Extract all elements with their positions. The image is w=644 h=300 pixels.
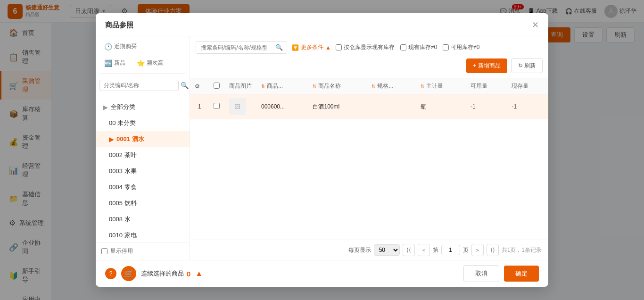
th-unit: ⇅ 主计量 bbox=[416, 78, 466, 94]
tree-item-water[interactable]: 0008 水 bbox=[96, 211, 190, 227]
filter-icon: 🔽 bbox=[292, 44, 299, 51]
modal-body: 🕐 近期购买 🆕 新品 ⭐ 频次高 bbox=[96, 36, 548, 260]
tab-recent-purchase[interactable]: 🕐 近期购买 bbox=[99, 40, 141, 53]
tree-label-beverage: 0005 饮料 bbox=[109, 199, 137, 208]
th-settings: ⚙ bbox=[190, 78, 209, 94]
chevron-up-icon: ▲ bbox=[325, 44, 331, 51]
sort-icon-spec: ⇅ bbox=[372, 83, 375, 89]
pagination: 每页显示 50 100 200 ⟨⟨ ＜ 第 页 ＞ ⟩⟩ bbox=[190, 240, 548, 260]
page-info: 共1页，1条记录 bbox=[502, 246, 542, 254]
left-panel: 🕐 近期购买 🆕 新品 ⭐ 频次高 bbox=[96, 36, 190, 260]
help-button[interactable]: ? bbox=[105, 268, 116, 279]
table-body: 1 🖼 000600... 白酒100ml bbox=[190, 94, 548, 119]
category-search: 🔍 « bbox=[96, 74, 190, 97]
tree-item-tea[interactable]: 0002 茶叶 bbox=[96, 147, 190, 163]
last-page-button[interactable]: ⟩⟩ bbox=[487, 244, 499, 256]
search-icon[interactable]: 🔍 bbox=[181, 82, 189, 89]
cell-unit: 瓶 bbox=[416, 94, 466, 119]
checkbox-warehouse[interactable]: 按仓库显示现有库存 bbox=[336, 43, 395, 51]
tree-item-all[interactable]: ▶ 全部分类 bbox=[96, 99, 190, 115]
product-search-input[interactable] bbox=[196, 42, 272, 53]
product-image: 🖼 bbox=[229, 98, 246, 115]
checkbox-warehouse-input[interactable] bbox=[336, 44, 342, 50]
table-header-row: ⚙ 商品图片 bbox=[190, 78, 548, 94]
right-toolbar: 🔍 🔽 更多条件 ▲ 按仓库显示现有库存 bbox=[190, 36, 548, 78]
tree-label-appliance: 0010 家电 bbox=[109, 231, 137, 240]
tree-arrow-liquor: ▶ bbox=[109, 136, 114, 143]
checkbox-available-nonzero[interactable]: 可用库存≠0 bbox=[443, 43, 479, 51]
toolbar-right: + 新增商品 ↻ 刷新 bbox=[466, 58, 543, 73]
table-row[interactable]: 1 🖼 000600... 白酒100ml bbox=[190, 94, 548, 119]
tab-new-product[interactable]: 🆕 新品 bbox=[99, 57, 130, 69]
add-product-button[interactable]: + 新增商品 bbox=[466, 58, 507, 73]
page-label2: 页 bbox=[463, 246, 469, 254]
sort-icon: ⇅ bbox=[261, 83, 265, 89]
page-input[interactable] bbox=[441, 245, 460, 255]
right-panel: 🔍 🔽 更多条件 ▲ 按仓库显示现有库存 bbox=[190, 36, 548, 260]
next-page-button[interactable]: ＞ bbox=[471, 244, 484, 256]
th-spec: ⇅ 规格... bbox=[367, 78, 415, 94]
new-icon: 🆕 bbox=[104, 59, 112, 67]
clock-icon: 🕐 bbox=[104, 43, 112, 50]
first-page-button[interactable]: ⟨⟨ bbox=[403, 244, 415, 256]
tree-item-beverage[interactable]: 0005 饮料 bbox=[96, 195, 190, 211]
checkbox-stock-nonzero[interactable]: 现有库存≠0 bbox=[400, 43, 437, 51]
modal-overlay: 商品参照 ✕ 🕐 近期购买 🆕 新品 ⭐ bbox=[0, 0, 644, 300]
star-icon: ⭐ bbox=[137, 59, 145, 67]
checkbox-available-label: 可用库存≠0 bbox=[451, 43, 479, 51]
tree-arrow-all: ▶ bbox=[103, 104, 108, 111]
table-head: ⚙ 商品图片 bbox=[190, 78, 548, 94]
page-label: 第 bbox=[433, 246, 438, 254]
tree-label-uncategorized: 00 未分类 bbox=[109, 119, 136, 127]
tab-recent-label: 近期购买 bbox=[114, 42, 137, 50]
tab-frequent[interactable]: ⭐ 频次高 bbox=[132, 57, 168, 69]
tree-label-snack: 0004 零食 bbox=[109, 183, 137, 192]
th-stock: 现存量 bbox=[507, 78, 548, 94]
refresh-label: 刷新 bbox=[524, 62, 536, 69]
prev-page-button[interactable]: ＜ bbox=[418, 244, 430, 256]
category-search-input[interactable] bbox=[99, 80, 179, 91]
product-table: ⚙ 商品图片 bbox=[190, 78, 548, 119]
refresh-icon: ↻ bbox=[518, 62, 523, 69]
page-size-label: 每页显示 bbox=[348, 246, 371, 254]
more-filter-button[interactable]: 🔽 更多条件 ▲ bbox=[292, 43, 331, 51]
filter-checkboxes: 按仓库显示现有库存 现有库存≠0 可用库存≠0 bbox=[336, 43, 480, 51]
cart-icon[interactable]: 🛒 bbox=[121, 266, 136, 281]
cancel-button[interactable]: 取消 bbox=[463, 265, 499, 282]
tree-item-snack[interactable]: 0004 零食 bbox=[96, 179, 190, 195]
th-checkbox bbox=[209, 78, 224, 94]
refresh-button[interactable]: ↻ 刷新 bbox=[511, 58, 543, 73]
product-table-wrap: ⚙ 商品图片 bbox=[190, 78, 548, 240]
filter-label: 更多条件 bbox=[301, 43, 323, 51]
page-size-select: 50 100 200 bbox=[374, 244, 400, 256]
checkbox-available-input[interactable] bbox=[443, 44, 449, 50]
cell-available: -1 bbox=[466, 94, 507, 119]
cell-checkbox bbox=[209, 94, 224, 119]
tree-item-fruit[interactable]: 0003 水果 bbox=[96, 163, 190, 179]
th-product-img: 商品图片 bbox=[224, 78, 256, 94]
checkbox-stock-label: 现有库存≠0 bbox=[408, 43, 437, 51]
th-product-name: ⇅ 商品名称 bbox=[308, 78, 367, 94]
tree-item-appliance[interactable]: 0010 家电 bbox=[96, 227, 190, 242]
tree-label-all: 全部分类 bbox=[111, 103, 135, 111]
checkbox-stock-input[interactable] bbox=[400, 44, 406, 50]
tree-label-tea: 0002 茶叶 bbox=[109, 151, 137, 159]
confirm-button[interactable]: 确定 bbox=[504, 266, 539, 282]
show-disabled-checkbox[interactable] bbox=[101, 248, 107, 254]
product-search-icon[interactable]: 🔍 bbox=[272, 42, 287, 53]
checkbox-warehouse-label: 按仓库显示现有库存 bbox=[344, 43, 395, 51]
cart-count: 0 bbox=[187, 270, 190, 278]
left-panel-footer: 显示停用 bbox=[96, 242, 190, 260]
th-available: 可用量 bbox=[466, 78, 507, 94]
row-checkbox[interactable] bbox=[214, 103, 220, 109]
tree-item-liquor[interactable]: ▶ 0001 酒水 bbox=[96, 131, 190, 147]
cell-code: 000600... bbox=[256, 94, 308, 119]
page-size-dropdown[interactable]: 50 100 200 bbox=[374, 244, 400, 256]
settings-icon[interactable]: ⚙ bbox=[195, 83, 200, 90]
select-all-checkbox[interactable] bbox=[214, 83, 220, 89]
modal-close-button[interactable]: ✕ bbox=[532, 20, 539, 30]
cell-index: 1 bbox=[190, 94, 209, 119]
modal-header: 商品参照 ✕ bbox=[96, 13, 548, 36]
tree-item-uncategorized[interactable]: 00 未分类 bbox=[96, 115, 190, 131]
collapse-cart-icon[interactable]: ▲ bbox=[195, 269, 203, 278]
